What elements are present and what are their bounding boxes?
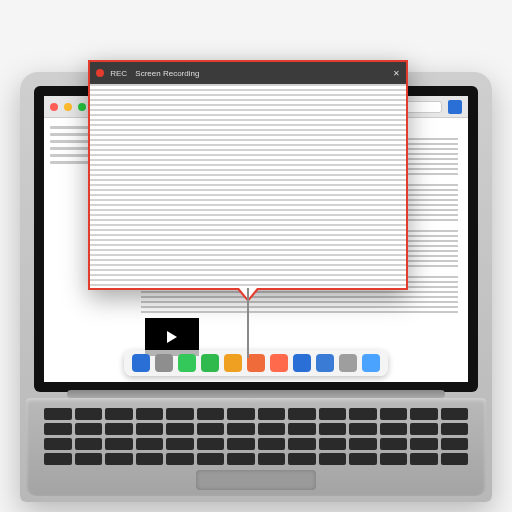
keyboard-key xyxy=(410,453,438,465)
keyboard-key xyxy=(75,423,103,435)
keyboard-key xyxy=(75,438,103,450)
keyboard-key xyxy=(319,423,347,435)
keyboard-key xyxy=(258,408,286,420)
keyboard-key xyxy=(166,438,194,450)
recorder-capture-area xyxy=(90,84,406,288)
laptop-hinge xyxy=(67,390,445,398)
keyboard-key xyxy=(441,438,469,450)
keyboard-key xyxy=(441,423,469,435)
keyboard-key xyxy=(136,408,164,420)
keyboard-key xyxy=(166,408,194,420)
dock-app-safari[interactable] xyxy=(362,354,380,372)
keyboard-key xyxy=(258,453,286,465)
keyboard-key xyxy=(197,438,225,450)
keyboard-key xyxy=(227,453,255,465)
keyboard-key xyxy=(441,408,469,420)
recorder-close-button[interactable]: ✕ xyxy=(393,69,400,78)
keyboard-key xyxy=(227,408,255,420)
dock-app-settings[interactable] xyxy=(339,354,357,372)
keyboard-key xyxy=(105,408,133,420)
trackpad[interactable] xyxy=(196,470,316,490)
keyboard-key xyxy=(227,438,255,450)
keyboard-key xyxy=(136,423,164,435)
keyboard-key xyxy=(380,408,408,420)
keyboard-key xyxy=(105,423,133,435)
keyboard-key xyxy=(166,423,194,435)
keyboard-key xyxy=(349,408,377,420)
keyboard-key xyxy=(44,453,72,465)
keyboard-key xyxy=(258,423,286,435)
recorder-titlebar[interactable]: REC Screen Recording ✕ xyxy=(90,62,406,84)
dock-app-music[interactable] xyxy=(270,354,288,372)
window-close-icon[interactable] xyxy=(50,103,58,111)
keyboard-key xyxy=(410,423,438,435)
keyboard-key xyxy=(258,438,286,450)
keyboard-key xyxy=(319,453,347,465)
keyboard-key xyxy=(105,438,133,450)
dock-app-mail[interactable] xyxy=(316,354,334,372)
keyboard-key xyxy=(380,423,408,435)
keyboard-key xyxy=(410,438,438,450)
keyboard-key xyxy=(288,408,316,420)
recorder-status: REC Screen Recording xyxy=(96,69,199,78)
keyboard-key xyxy=(136,453,164,465)
screen-recorder-window[interactable]: REC Screen Recording ✕ xyxy=(88,60,408,290)
dock-app-notes[interactable] xyxy=(224,354,242,372)
dock-app-launchpad[interactable] xyxy=(155,354,173,372)
play-icon xyxy=(167,331,177,343)
keyboard-key xyxy=(410,408,438,420)
keyboard-deck xyxy=(26,398,486,496)
keyboard-key xyxy=(288,423,316,435)
keyboard-key xyxy=(197,453,225,465)
keyboard-key xyxy=(349,438,377,450)
window-minimize-icon[interactable] xyxy=(64,103,72,111)
keyboard-key xyxy=(380,438,408,450)
dock xyxy=(124,350,388,376)
callout-line xyxy=(247,288,249,358)
window-zoom-icon[interactable] xyxy=(78,103,86,111)
dock-app-photos[interactable] xyxy=(247,354,265,372)
keyboard-key xyxy=(227,423,255,435)
keyboard-key xyxy=(349,453,377,465)
dock-app-preview[interactable] xyxy=(293,354,311,372)
keyboard-key xyxy=(288,453,316,465)
keyboard-key xyxy=(75,408,103,420)
recorder-status-label: REC xyxy=(110,69,127,78)
keyboard-key xyxy=(319,438,347,450)
keyboard-key xyxy=(44,408,72,420)
extension-icon[interactable] xyxy=(448,100,462,114)
dock-app-messages[interactable] xyxy=(178,354,196,372)
keyboard-key xyxy=(288,438,316,450)
dock-app-facetime[interactable] xyxy=(201,354,219,372)
keyboard-key xyxy=(75,453,103,465)
record-icon xyxy=(96,69,104,77)
keyboard-key xyxy=(166,453,194,465)
keyboard xyxy=(44,408,468,464)
keyboard-key xyxy=(44,423,72,435)
keyboard-key xyxy=(197,408,225,420)
keyboard-key xyxy=(441,453,469,465)
dock-app-finder[interactable] xyxy=(132,354,150,372)
recorder-title: Screen Recording xyxy=(135,69,199,78)
keyboard-key xyxy=(197,423,225,435)
keyboard-key xyxy=(380,453,408,465)
keyboard-key xyxy=(105,453,133,465)
keyboard-key xyxy=(349,423,377,435)
keyboard-key xyxy=(44,438,72,450)
keyboard-key xyxy=(136,438,164,450)
laptop-mockup: example.com/article xyxy=(0,0,512,512)
keyboard-key xyxy=(319,408,347,420)
